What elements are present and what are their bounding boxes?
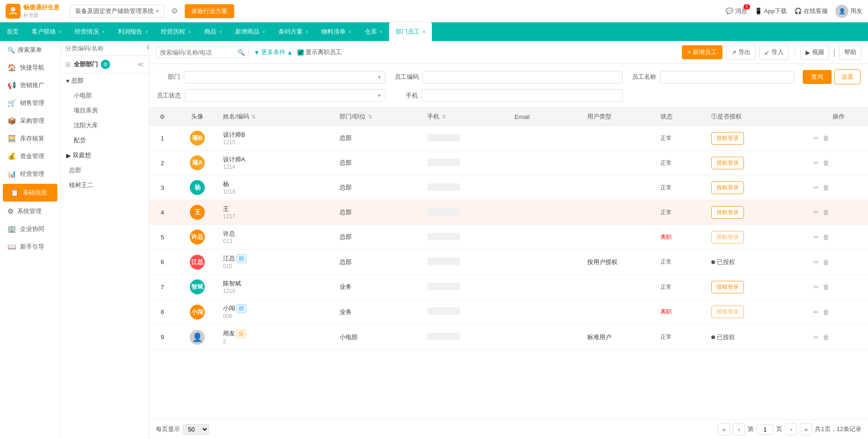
auth-login-button[interactable]: 授权登录 <box>711 306 744 318</box>
edit-icon[interactable]: ✏ <box>813 283 819 291</box>
close-tab-icon[interactable]: × <box>219 29 222 35</box>
edit-icon[interactable]: ✏ <box>813 258 819 266</box>
sidebar-item-newguide[interactable]: 📖 新手引导 <box>0 238 60 256</box>
nav-tab-条码方案[interactable]: 条码方案× <box>272 22 315 41</box>
sidebar-item-system[interactable]: ⚙ 系统管理 <box>0 202 60 220</box>
col-dept[interactable]: 部门/职位 ⇅ <box>336 108 424 126</box>
filter-search-input[interactable] <box>160 49 236 56</box>
nav-tab-新增商品[interactable]: 新增商品× <box>229 22 271 41</box>
user-menu-btn[interactable]: 👤 用友 <box>835 5 862 18</box>
tree-group-zongbu-label[interactable]: ▾ 总部 <box>61 73 149 88</box>
query-button[interactable]: 查询 <box>803 70 832 84</box>
auth-login-button[interactable]: 授权登录 <box>711 157 744 169</box>
system-title-btn[interactable]: 装备及固定资产辅助管理系统 ▾ <box>70 5 164 18</box>
tree-group-shuangting[interactable]: ▶ 双庭想 <box>61 148 149 163</box>
close-tab-icon[interactable]: × <box>380 29 382 35</box>
more-icon[interactable]: | <box>833 48 835 57</box>
delete-icon[interactable]: 🗑 <box>823 283 829 291</box>
col-settings[interactable]: ⚙ <box>149 108 175 126</box>
delete-icon[interactable]: 🗑 <box>823 209 829 216</box>
sidebar-search-btn[interactable]: 🔍 搜索菜单 <box>0 41 60 59</box>
prev-page-btn[interactable]: ‹ <box>733 423 745 435</box>
phone-input[interactable] <box>422 89 623 102</box>
page-number-input[interactable] <box>757 424 773 435</box>
sidebar-item-sales[interactable]: 🛒 销售管理 <box>0 94 60 112</box>
delete-icon[interactable]: 🗑 <box>823 334 829 341</box>
close-tab-icon[interactable]: × <box>102 29 104 35</box>
close-tab-icon[interactable]: × <box>59 29 62 35</box>
delete-icon[interactable]: 🗑 <box>823 258 829 266</box>
filter-search-icon[interactable]: 🔍 <box>237 49 245 56</box>
tree-item-zongbu2[interactable]: 总部 <box>61 163 149 178</box>
tree-item-zhishu[interactable]: 植树王二 <box>61 178 149 193</box>
online-service-btn[interactable]: 🎧 在线客服 <box>794 7 828 15</box>
tree-item-xiaodian[interactable]: 小电部 <box>61 88 149 103</box>
nav-tab-首页[interactable]: 首页 <box>0 22 25 41</box>
sidebar-item-marketing[interactable]: 📢 营销推广 <box>0 77 60 94</box>
delete-icon[interactable]: 🗑 <box>823 233 829 241</box>
next-page-btn[interactable]: › <box>785 423 797 435</box>
nav-tab-利润报告[interactable]: 利润报告× <box>111 22 154 41</box>
import-button[interactable]: ↙ 导入 <box>759 45 789 60</box>
edit-icon[interactable]: ✏ <box>813 209 819 216</box>
emp-code-input[interactable] <box>423 71 623 84</box>
tree-add-icon[interactable]: ⚙ <box>101 60 110 69</box>
edit-icon[interactable]: ✏ <box>813 184 819 191</box>
nav-tab-物料清单[interactable]: 物料清单× <box>315 22 358 41</box>
auth-login-button[interactable]: 授权登录 <box>711 231 744 244</box>
set-button[interactable]: 设置 <box>834 70 861 84</box>
show-resigned-checkbox[interactable] <box>298 49 304 56</box>
tree-search-input[interactable] <box>65 45 144 52</box>
app-download-btn[interactable]: 📱 App下载 <box>755 7 787 15</box>
first-page-btn[interactable]: « <box>718 423 730 435</box>
close-tab-icon[interactable]: × <box>306 29 308 35</box>
dept-select[interactable]: ▾ <box>184 71 385 84</box>
message-btn[interactable]: 💬 消息 6 <box>726 7 747 15</box>
edit-icon[interactable]: ✏ <box>813 233 819 241</box>
emp-status-select[interactable]: ▾ <box>185 89 385 102</box>
nav-tab-仓库[interactable]: 仓库× <box>358 22 389 41</box>
sidebar-item-purchase[interactable]: 📦 采购管理 <box>0 112 60 130</box>
trial-button[interactable]: 体验行业方案 <box>185 4 234 18</box>
tree-item-shenyang[interactable]: 沈阳大库 <box>61 118 149 133</box>
close-tab-icon[interactable]: × <box>188 29 191 35</box>
sidebar-item-capital[interactable]: 💰 资金管理 <box>0 147 60 165</box>
edit-icon[interactable]: ✏ <box>813 308 819 316</box>
per-page-select[interactable]: 50 100 <box>183 424 209 435</box>
nav-tab-经营情况[interactable]: 经营情况× <box>68 22 111 41</box>
edit-icon[interactable]: ✏ <box>813 134 819 142</box>
sidebar-item-enterprise[interactable]: 🏢 企业协同 <box>0 220 60 238</box>
col-phone[interactable]: 手机 ⇅ <box>424 108 511 126</box>
nav-tab-商品[interactable]: 商品× <box>198 22 229 41</box>
close-tab-icon[interactable]: × <box>348 29 351 35</box>
nav-tab-客户联络[interactable]: 客户联络× <box>25 22 68 41</box>
sidebar-item-inventory[interactable]: 🧮 库存核算 <box>0 130 60 147</box>
view-button[interactable]: ▶ 视频 <box>800 45 829 60</box>
add-employee-button[interactable]: + 新增员工 <box>682 45 722 59</box>
close-tab-icon[interactable]: × <box>145 29 148 35</box>
sidebar-item-quick-nav[interactable]: 🏠 快捷导航 <box>0 59 60 77</box>
tree-collapse-icon[interactable]: ≪ <box>137 61 144 68</box>
close-tab-icon[interactable]: × <box>423 29 425 35</box>
help-button[interactable]: 帮助 <box>839 45 861 60</box>
col-name[interactable]: 姓名/编码 ⇅ <box>219 108 336 126</box>
filter-more-btn[interactable]: ▼ 更多条件 ▲ <box>254 48 293 56</box>
export-button[interactable]: ↗ 导出 <box>726 45 756 60</box>
tree-item-xiangmu[interactable]: 项目库房 <box>61 103 149 118</box>
auth-login-button[interactable]: 授权登录 <box>711 206 744 219</box>
delete-icon[interactable]: 🗑 <box>823 184 829 191</box>
auth-login-button[interactable]: 授权登录 <box>711 281 744 293</box>
auth-login-button[interactable]: 授权登录 <box>711 132 744 145</box>
edit-icon[interactable]: ✏ <box>813 334 819 341</box>
close-tab-icon[interactable]: × <box>262 29 265 35</box>
sidebar-item-basic[interactable]: 📋 基础信息 <box>3 184 57 202</box>
delete-icon[interactable]: 🗑 <box>823 308 829 316</box>
gear-button[interactable]: ⚙ <box>168 5 181 18</box>
sidebar-item-operations[interactable]: 📊 经营管理 <box>0 165 60 183</box>
auth-login-button[interactable]: 授权登录 <box>711 181 744 194</box>
emp-name-input[interactable] <box>660 71 794 84</box>
nav-tab-经营历程[interactable]: 经营历程× <box>154 22 197 41</box>
last-page-btn[interactable]: » <box>800 423 812 435</box>
nav-tab-部门员工[interactable]: 部门员工× <box>389 22 432 41</box>
delete-icon[interactable]: 🗑 <box>823 134 829 142</box>
